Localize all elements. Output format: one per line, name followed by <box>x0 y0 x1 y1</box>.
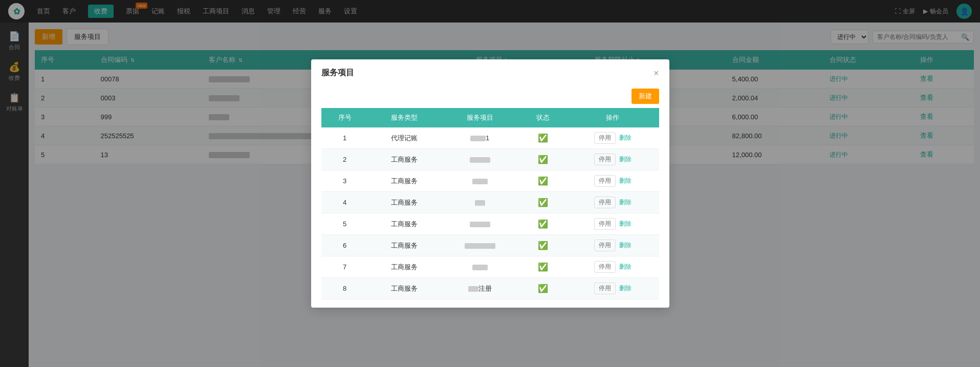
stop-button[interactable]: 停用 <box>594 218 616 230</box>
stop-button[interactable]: 停用 <box>594 154 616 165</box>
modal-title: 服务项目 <box>321 68 354 78</box>
modal-cell-index: 7 <box>321 256 368 278</box>
modal-cell-index: 1 <box>321 127 368 149</box>
stop-button[interactable]: 停用 <box>594 132 616 144</box>
modal-cell-type: 工商服务 <box>368 149 440 170</box>
modal-cell-type: 工商服务 <box>368 256 440 278</box>
list-item: 4 工商服务 ✅ 停用 删除 <box>321 192 659 213</box>
list-item: 5 工商服务 ✅ 停用 删除 <box>321 213 659 235</box>
list-item: 2 工商服务 ✅ 停用 删除 <box>321 149 659 170</box>
delete-button[interactable]: 删除 <box>619 198 631 207</box>
modal-cell-status: ✅ <box>519 235 567 256</box>
modal-cell-status: ✅ <box>519 170 567 192</box>
list-item: 8 工商服务 注册 ✅ 停用 删除 <box>321 278 659 299</box>
stop-button[interactable]: 停用 <box>594 175 616 187</box>
modal-cell-action: 停用 删除 <box>567 278 659 299</box>
stop-button[interactable]: 停用 <box>594 283 616 294</box>
status-check-icon: ✅ <box>538 134 548 142</box>
modal-cell-item <box>440 192 519 213</box>
modal-col-type: 服务类型 <box>368 108 440 127</box>
modal-cell-item <box>440 149 519 170</box>
modal-close-button[interactable]: × <box>654 69 659 78</box>
modal-cell-action: 停用 删除 <box>567 256 659 278</box>
modal-cell-action: 停用 删除 <box>567 149 659 170</box>
modal-cell-type: 工商服务 <box>368 170 440 192</box>
modal-cell-action: 停用 删除 <box>567 127 659 149</box>
modal-cell-item <box>440 256 519 278</box>
modal-cell-index: 4 <box>321 192 368 213</box>
delete-button[interactable]: 删除 <box>619 220 631 228</box>
modal-cell-index: 8 <box>321 278 368 299</box>
status-check-icon: ✅ <box>538 263 548 271</box>
modal-cell-type: 工商服务 <box>368 213 440 235</box>
delete-button[interactable]: 删除 <box>619 241 631 250</box>
status-check-icon: ✅ <box>538 155 548 164</box>
modal-cell-type: 工商服务 <box>368 235 440 256</box>
modal-cell-item <box>440 213 519 235</box>
status-check-icon: ✅ <box>538 177 548 185</box>
modal-new-button[interactable]: 新建 <box>631 89 659 104</box>
modal-cell-type: 工商服务 <box>368 278 440 299</box>
service-items-modal: 服务项目 × 新建 序号 服务类型 服务项目 状态 操作 <box>311 59 669 308</box>
modal-service-table: 序号 服务类型 服务项目 状态 操作 1 代理记账 1 ✅ <box>321 108 659 299</box>
status-check-icon: ✅ <box>538 220 548 228</box>
modal-cell-index: 6 <box>321 235 368 256</box>
list-item: 3 工商服务 ✅ 停用 删除 <box>321 170 659 192</box>
delete-button[interactable]: 删除 <box>619 177 631 185</box>
modal-cell-index: 2 <box>321 149 368 170</box>
modal-cell-item: 注册 <box>440 278 519 299</box>
status-check-icon: ✅ <box>538 284 548 293</box>
list-item: 7 工商服务 ✅ 停用 删除 <box>321 256 659 278</box>
list-item: 6 工商服务 ✅ 停用 删除 <box>321 235 659 256</box>
status-check-icon: ✅ <box>538 198 548 207</box>
modal-cell-status: ✅ <box>519 192 567 213</box>
modal-cell-type: 工商服务 <box>368 192 440 213</box>
modal-cell-item: 1 <box>440 127 519 149</box>
list-item: 1 代理记账 1 ✅ 停用 删除 <box>321 127 659 149</box>
delete-button[interactable]: 删除 <box>619 134 631 142</box>
modal-col-item: 服务项目 <box>440 108 519 127</box>
modal-cell-action: 停用 删除 <box>567 192 659 213</box>
modal-cell-status: ✅ <box>519 149 567 170</box>
modal-cell-item <box>440 235 519 256</box>
modal-cell-index: 3 <box>321 170 368 192</box>
modal-cell-action: 停用 删除 <box>567 170 659 192</box>
modal-cell-action: 停用 删除 <box>567 213 659 235</box>
delete-button[interactable]: 删除 <box>619 155 631 164</box>
delete-button[interactable]: 删除 <box>619 284 631 293</box>
modal-overlay[interactable]: 服务项目 × 新建 序号 服务类型 服务项目 状态 操作 <box>0 0 980 367</box>
stop-button[interactable]: 停用 <box>594 197 616 208</box>
modal-col-status: 状态 <box>519 108 567 127</box>
stop-button[interactable]: 停用 <box>594 261 616 273</box>
modal-body: 新建 序号 服务类型 服务项目 状态 操作 <box>311 82 669 308</box>
modal-cell-status: ✅ <box>519 127 567 149</box>
modal-cell-status: ✅ <box>519 256 567 278</box>
stop-button[interactable]: 停用 <box>594 240 616 251</box>
modal-cell-item <box>440 170 519 192</box>
modal-cell-index: 5 <box>321 213 368 235</box>
delete-button[interactable]: 删除 <box>619 263 631 271</box>
modal-cell-status: ✅ <box>519 213 567 235</box>
modal-cell-action: 停用 删除 <box>567 235 659 256</box>
modal-table-wrapper: 序号 服务类型 服务项目 状态 操作 1 代理记账 1 ✅ <box>321 108 659 299</box>
modal-toolbar: 新建 <box>321 89 659 104</box>
modal-cell-status: ✅ <box>519 278 567 299</box>
modal-cell-type: 代理记账 <box>368 127 440 149</box>
modal-col-index: 序号 <box>321 108 368 127</box>
status-check-icon: ✅ <box>538 241 548 250</box>
modal-header: 服务项目 × <box>311 59 669 82</box>
modal-col-action: 操作 <box>567 108 659 127</box>
